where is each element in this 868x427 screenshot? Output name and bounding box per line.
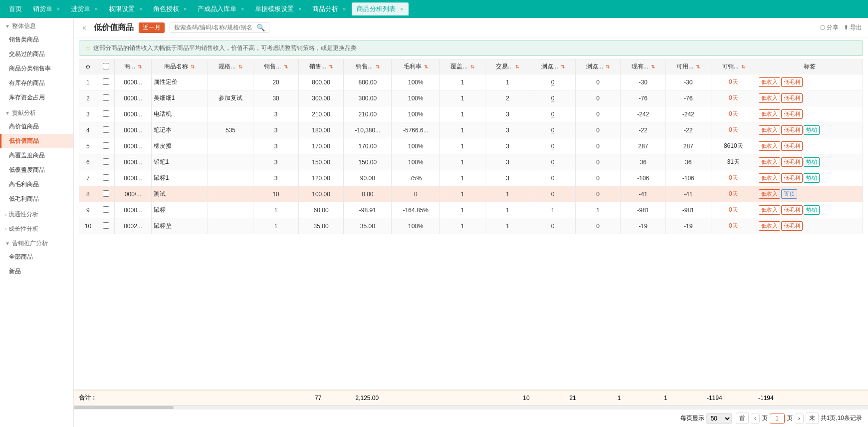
row-select-checkbox[interactable] xyxy=(103,94,109,101)
nav-roles[interactable]: 角色授权 × xyxy=(148,2,192,15)
nav-permissions[interactable]: 权限设置 × xyxy=(104,2,147,15)
row-view1[interactable]: 0 xyxy=(530,90,576,106)
view1-link[interactable]: 0 xyxy=(551,159,555,166)
last-page-button[interactable]: 末 xyxy=(806,413,819,424)
row-checkbox[interactable] xyxy=(97,122,114,138)
sidebar-item-stock-products[interactable]: 有库存的商品 xyxy=(0,76,73,90)
nav-home[interactable]: 首页 xyxy=(4,2,27,15)
row-view1[interactable]: 0 xyxy=(530,106,576,122)
row-select-checkbox[interactable] xyxy=(103,222,109,229)
sidebar-item-traded-products[interactable]: 交易过的商品 xyxy=(0,47,73,61)
sidebar-group-contribution[interactable]: ▼ 贡献分析 xyxy=(0,105,73,119)
col-view2[interactable]: 浏览... ⇅ xyxy=(575,59,621,74)
sidebar-group-marketing[interactable]: ▼ 营销推广分析 xyxy=(0,235,73,250)
row-select-checkbox[interactable] xyxy=(103,174,109,181)
col-name[interactable]: 商品名称 ⇅ xyxy=(151,59,208,74)
col-sales-profit[interactable]: 销售... ⇅ xyxy=(344,59,392,74)
sidebar-item-low-coverage[interactable]: 低覆盖度商品 xyxy=(0,163,73,177)
sidebar-item-category-sales[interactable]: 商品分类销售率 xyxy=(0,61,73,76)
sidebar-item-all-products[interactable]: 全部商品 xyxy=(0,250,73,264)
sidebar-item-sales-products[interactable]: 销售类商品 xyxy=(0,32,73,47)
col-gross-margin[interactable]: 毛利率 ⇅ xyxy=(392,59,440,74)
col-trade-count[interactable]: 交易... ⇅ xyxy=(485,59,530,74)
first-page-button[interactable]: 首 xyxy=(736,413,749,424)
nav-purchase[interactable]: 进货单 × xyxy=(66,2,103,15)
nav-analysis[interactable]: 商品分析 × xyxy=(307,2,351,15)
row-view1[interactable]: 1 xyxy=(530,202,576,218)
col-settings[interactable]: ⚙ xyxy=(79,59,97,74)
sidebar-item-high-value[interactable]: 高价值商品 xyxy=(0,119,73,134)
sidebar-item-high-profit[interactable]: 高毛利商品 xyxy=(0,177,73,192)
row-select-checkbox[interactable] xyxy=(103,206,109,213)
horizontal-scrollbar[interactable] xyxy=(74,405,868,409)
share-button[interactable]: ⬡ 分享 xyxy=(820,23,839,32)
view1-link[interactable]: 0 xyxy=(551,191,555,198)
row-view1[interactable]: 0 xyxy=(530,154,576,170)
row-checkbox[interactable] xyxy=(97,170,114,186)
nav-templates-close[interactable]: × xyxy=(298,6,301,12)
view1-link[interactable]: 0 xyxy=(551,175,555,182)
row-view1[interactable]: 0 xyxy=(530,186,576,202)
sidebar-group-flow[interactable]: › 流通性分析 xyxy=(0,206,73,221)
row-view1[interactable]: 0 xyxy=(530,218,576,234)
export-button[interactable]: ⬆ 导出 xyxy=(844,23,862,32)
row-view1[interactable]: 0 xyxy=(530,138,576,154)
view1-link[interactable]: 0 xyxy=(551,127,555,134)
row-checkbox[interactable] xyxy=(97,138,114,154)
row-select-checkbox[interactable] xyxy=(103,190,109,197)
view1-link[interactable]: 0 xyxy=(551,95,555,102)
view1-link[interactable]: 1 xyxy=(551,207,555,214)
prev-page-button[interactable]: ‹ xyxy=(751,414,760,424)
nav-roles-close[interactable]: × xyxy=(184,6,187,12)
view1-link[interactable]: 0 xyxy=(551,79,555,86)
view1-link[interactable]: 0 xyxy=(551,111,555,118)
col-coverage[interactable]: 覆盖... ⇅ xyxy=(440,59,485,74)
sidebar-item-low-value[interactable]: 低价值商品 xyxy=(0,134,73,148)
row-checkbox[interactable] xyxy=(97,202,114,218)
nav-analysis-list[interactable]: 商品分析列表 × xyxy=(352,2,408,15)
time-filter-button[interactable]: 近一月 xyxy=(139,22,165,33)
collapse-button[interactable]: « xyxy=(80,22,89,32)
row-view1[interactable]: 0 xyxy=(530,170,576,186)
row-select-checkbox[interactable] xyxy=(103,110,109,117)
row-checkbox[interactable] xyxy=(97,186,114,202)
sidebar-item-stock-funds[interactable]: 库存资金占用 xyxy=(0,90,73,105)
view1-link[interactable]: 0 xyxy=(551,223,555,230)
row-select-checkbox[interactable] xyxy=(103,78,109,85)
nav-products-close[interactable]: × xyxy=(241,6,244,12)
col-current-stock[interactable]: 现有... ⇅ xyxy=(621,59,666,74)
col-spec[interactable]: 规格... ⇅ xyxy=(208,59,253,74)
nav-templates[interactable]: 单据模板设置 × xyxy=(250,2,306,15)
sidebar-group-growth[interactable]: › 成长性分析 xyxy=(0,221,73,235)
nav-products[interactable]: 产成品入库单 × xyxy=(193,2,249,15)
nav-analysis-list-close[interactable]: × xyxy=(400,6,403,12)
row-checkbox[interactable] xyxy=(97,218,114,234)
col-sales-qty[interactable]: 销售... ⇅ xyxy=(253,59,299,74)
col-code[interactable]: 商... ⇅ xyxy=(115,59,151,74)
row-select-checkbox[interactable] xyxy=(103,142,109,149)
nav-sales-close[interactable]: × xyxy=(57,6,60,12)
row-view1[interactable]: 0 xyxy=(530,122,576,138)
nav-sales[interactable]: 销货单 × xyxy=(28,2,65,15)
row-checkbox[interactable] xyxy=(97,90,114,106)
search-input[interactable] xyxy=(174,24,254,31)
col-available-stock[interactable]: 可用... ⇅ xyxy=(666,59,711,74)
nav-purchase-close[interactable]: × xyxy=(95,6,98,12)
view1-link[interactable]: 0 xyxy=(551,143,555,150)
sidebar-item-new-products[interactable]: 新品 xyxy=(0,264,73,279)
select-all-checkbox[interactable] xyxy=(103,63,109,69)
next-page-button[interactable]: › xyxy=(795,414,804,424)
col-checkbox[interactable] xyxy=(97,59,114,74)
nav-permissions-close[interactable]: × xyxy=(139,6,142,12)
search-icon[interactable]: 🔍 xyxy=(256,23,265,31)
per-page-select[interactable]: 20 50 100 xyxy=(706,413,732,424)
row-select-checkbox[interactable] xyxy=(103,126,109,133)
col-sales-amount[interactable]: 销售... ⇅ xyxy=(298,59,344,74)
col-view1[interactable]: 浏览... ⇅ xyxy=(530,59,576,74)
current-page-input[interactable]: 1 xyxy=(770,414,785,424)
row-select-checkbox[interactable] xyxy=(103,158,109,165)
row-checkbox[interactable] xyxy=(97,74,114,90)
row-view1[interactable]: 0 xyxy=(530,74,576,90)
sidebar-item-high-coverage[interactable]: 高覆盖度商品 xyxy=(0,148,73,163)
row-checkbox[interactable] xyxy=(97,106,114,122)
